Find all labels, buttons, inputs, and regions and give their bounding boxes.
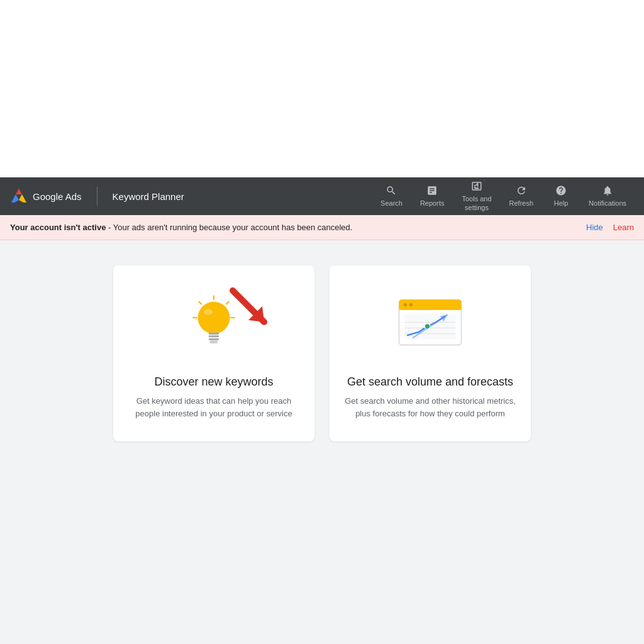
header-divider — [97, 187, 97, 206]
notifications-label: Notifications — [589, 199, 626, 208]
discover-icon-area — [176, 287, 252, 363]
alert-actions: Hide Learn — [586, 223, 634, 232]
google-ads-logo-icon — [10, 187, 28, 205]
discover-card-desc: Get keyword ideas that can help you reac… — [128, 395, 299, 419]
discover-card-title: Discover new keywords — [154, 375, 273, 389]
help-label: Help — [554, 199, 569, 208]
svg-rect-22 — [399, 306, 462, 309]
svg-marker-2 — [19, 194, 26, 203]
header-nav: Search Reports Tools and settings Refres… — [373, 177, 634, 215]
discover-keywords-card[interactable]: Discover new keywords Get keyword ideas … — [113, 265, 314, 441]
reports-icon — [426, 185, 438, 198]
forecast-chart-icon — [396, 297, 465, 353]
refresh-label: Refresh — [509, 199, 534, 208]
nav-refresh[interactable]: Refresh — [502, 181, 541, 211]
help-icon — [555, 185, 567, 198]
alert-bold-text: Your account isn't active — [10, 223, 106, 232]
google-ads-label: Google Ads — [33, 191, 82, 202]
alert-hide-button[interactable]: Hide — [586, 223, 603, 232]
refresh-icon — [516, 185, 527, 198]
nav-reports[interactable]: Reports — [413, 181, 452, 211]
search-label: Search — [380, 199, 402, 208]
tools-label: Tools and settings — [462, 195, 491, 211]
google-ads-logo[interactable]: Google Ads — [10, 187, 82, 205]
svg-marker-1 — [11, 194, 19, 203]
alert-learn-button[interactable]: Learn — [613, 223, 634, 232]
main-content: Discover new keywords Get keyword ideas … — [0, 240, 644, 605]
red-arrow-icon — [223, 281, 274, 331]
svg-rect-10 — [209, 335, 219, 337]
page-title: Keyword Planner — [113, 191, 184, 202]
svg-marker-3 — [16, 189, 22, 194]
alert-text: Your account isn't active - Your ads are… — [10, 223, 586, 232]
forecast-card-title: Get search volume and forecasts — [347, 375, 513, 389]
cards-container: Discover new keywords Get keyword ideas … — [38, 265, 606, 441]
main-header: Google Ads Keyword Planner Search Report… — [0, 177, 644, 215]
forecast-card-desc: Get search volume and other historical m… — [345, 395, 516, 419]
bell-icon — [602, 185, 613, 198]
forecast-icon-area — [392, 287, 468, 363]
svg-rect-11 — [209, 338, 219, 340]
svg-rect-9 — [209, 333, 219, 335]
svg-rect-12 — [210, 341, 218, 344]
top-white-area — [0, 0, 644, 177]
svg-point-23 — [404, 303, 407, 306]
nav-tools[interactable]: Tools and settings — [454, 177, 499, 215]
svg-line-15 — [199, 302, 201, 304]
forecast-card[interactable]: Get search volume and forecasts Get sear… — [330, 265, 531, 441]
alert-banner: Your account isn't active - Your ads are… — [0, 215, 644, 240]
nav-search[interactable]: Search — [373, 181, 410, 211]
svg-point-24 — [409, 303, 413, 306]
header-left: Google Ads Keyword Planner — [10, 187, 373, 206]
svg-point-5 — [204, 309, 213, 315]
nav-notifications[interactable]: Notifications — [581, 181, 634, 211]
reports-label: Reports — [420, 199, 445, 208]
nav-help[interactable]: Help — [543, 181, 579, 211]
alert-body-text: - Your ads aren't running because your a… — [106, 223, 352, 232]
search-icon — [386, 185, 397, 198]
tools-icon — [471, 180, 482, 194]
